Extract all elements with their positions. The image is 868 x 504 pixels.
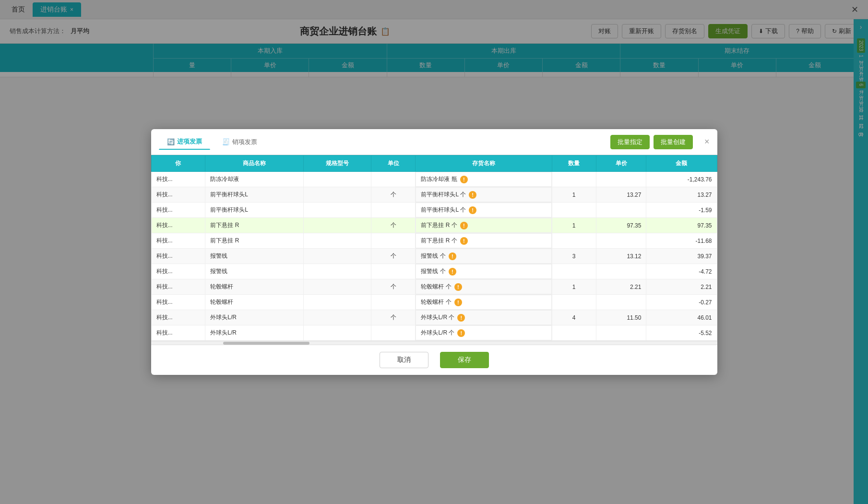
table-cell bbox=[371, 233, 416, 249]
warn-icon[interactable]: ! bbox=[469, 206, 476, 214]
th-spec: 规格型号 bbox=[303, 156, 371, 172]
cancel-button[interactable]: 取消 bbox=[380, 352, 428, 368]
table-cell: 前平衡杆球头L bbox=[205, 187, 303, 203]
modal-footer: 取消 保存 bbox=[151, 345, 717, 375]
table-cell: 轮毂螺杆 bbox=[205, 279, 303, 295]
table-cell bbox=[303, 249, 371, 264]
table-cell: -0.27 bbox=[646, 295, 717, 310]
batch-assign-button[interactable]: 批量指定 bbox=[610, 135, 650, 149]
table-cell bbox=[552, 172, 596, 187]
inventory-cell: 外球头L/R 个! bbox=[416, 310, 551, 325]
table-cell: 46.01 bbox=[646, 310, 717, 325]
table-cell bbox=[596, 233, 646, 249]
modal-close-button[interactable]: × bbox=[704, 137, 710, 147]
table-cell: 个 bbox=[371, 249, 416, 264]
table-cell: -11.68 bbox=[646, 233, 717, 249]
table-cell bbox=[552, 203, 596, 218]
table-cell bbox=[303, 325, 371, 341]
table-cell: 个 bbox=[371, 187, 416, 203]
table-cell bbox=[371, 203, 416, 218]
table-cell: 前平衡杆球头L bbox=[205, 203, 303, 218]
warn-icon[interactable]: ! bbox=[449, 268, 456, 276]
table-row: 科技...前平衡杆球头L前平衡杆球头L 个!-1.59 bbox=[151, 203, 717, 218]
table-cell bbox=[552, 264, 596, 279]
table-cell bbox=[371, 295, 416, 310]
warn-icon[interactable]: ! bbox=[457, 314, 465, 322]
warn-icon[interactable]: ! bbox=[460, 176, 468, 183]
table-header-row: 你 商品名称 规格型号 单位 存货名称 数量 单价 金额 bbox=[151, 156, 717, 172]
th-inventory-name: 存货名称 bbox=[416, 156, 552, 172]
table-cell: 科技... bbox=[151, 187, 205, 203]
incoming-icon: 🔄 bbox=[167, 138, 175, 145]
table-cell: 报警线 bbox=[205, 249, 303, 264]
table-cell bbox=[371, 325, 416, 341]
th-quantity: 数量 bbox=[552, 156, 596, 172]
table-cell: -1.59 bbox=[646, 203, 717, 218]
table-cell: 2.21 bbox=[596, 279, 646, 295]
warn-icon[interactable]: ! bbox=[454, 299, 462, 306]
table-cell bbox=[371, 264, 416, 279]
table-cell: 科技... bbox=[151, 264, 205, 279]
table-cell bbox=[303, 233, 371, 249]
warn-icon[interactable]: ! bbox=[469, 191, 476, 199]
table-cell bbox=[596, 264, 646, 279]
warn-icon[interactable]: ! bbox=[460, 237, 468, 245]
table-cell: 科技... bbox=[151, 279, 205, 295]
inventory-cell: 轮毂螺杆 个! bbox=[416, 279, 551, 294]
table-cell: 科技... bbox=[151, 218, 205, 233]
table-row: 科技...防冻冷却液防冻冷却液 瓶!-1,243.76 bbox=[151, 172, 717, 187]
invoices-table: 你 商品名称 规格型号 单位 存货名称 数量 单价 金额 科技...防冻冷却液防… bbox=[151, 155, 717, 341]
table-cell: 97.35 bbox=[596, 218, 646, 233]
inventory-cell: 轮毂螺杆 个! bbox=[416, 295, 551, 310]
tab-incoming-invoices[interactable]: 🔄 进项发票 bbox=[159, 134, 210, 150]
table-cell bbox=[303, 279, 371, 295]
table-cell bbox=[596, 172, 646, 187]
table-row: 科技...轮毂螺杆轮毂螺杆 个!-0.27 bbox=[151, 295, 717, 310]
table-cell bbox=[303, 295, 371, 310]
table-cell: 1 bbox=[552, 279, 596, 295]
table-cell: 轮毂螺杆 bbox=[205, 295, 303, 310]
table-cell: 11.50 bbox=[596, 310, 646, 325]
warn-icon[interactable]: ! bbox=[460, 222, 468, 229]
table-cell: 2.21 bbox=[646, 279, 717, 295]
table-cell: -4.72 bbox=[646, 264, 717, 279]
modal-overlay: 🔄 进项发票 🧾 销项发票 批量指定 批量创建 × 你 商品名称 规格型号 bbox=[0, 0, 868, 504]
table-cell: 3 bbox=[552, 249, 596, 264]
table-cell bbox=[596, 325, 646, 341]
table-cell: 防冻冷却液 bbox=[205, 172, 303, 187]
table-cell: 个 bbox=[371, 218, 416, 233]
table-cell: 个 bbox=[371, 279, 416, 295]
table-cell bbox=[303, 187, 371, 203]
table-cell bbox=[596, 295, 646, 310]
table-cell: 个 bbox=[371, 310, 416, 325]
table-cell: 科技... bbox=[151, 295, 205, 310]
modal-scrollbar[interactable] bbox=[151, 341, 717, 345]
tab-outgoing-invoices[interactable]: 🧾 销项发票 bbox=[214, 134, 265, 150]
inventory-cell: 外球头L/R 个! bbox=[416, 325, 551, 340]
warn-icon[interactable]: ! bbox=[457, 329, 465, 337]
inventory-cell: 报警线 个! bbox=[416, 264, 551, 279]
modal-action-buttons: 批量指定 批量创建 bbox=[610, 135, 693, 149]
table-cell: 外球头L/R bbox=[205, 325, 303, 341]
table-cell: 1 bbox=[552, 187, 596, 203]
table-row: 科技...前平衡杆球头L个前平衡杆球头L 个!113.2713.27 bbox=[151, 187, 717, 203]
table-cell: 外球头L/R bbox=[205, 310, 303, 325]
inventory-cell: 前平衡杆球头L 个! bbox=[416, 203, 551, 217]
table-row: 科技...前下悬挂 R个前下悬挂 R 个!197.3597.35 bbox=[151, 218, 717, 233]
table-cell: 13.27 bbox=[646, 187, 717, 203]
batch-create-button[interactable]: 批量创建 bbox=[654, 135, 693, 149]
save-button[interactable]: 保存 bbox=[440, 352, 489, 368]
inventory-cell: 前下悬挂 R 个! bbox=[416, 218, 551, 233]
table-cell: 前下悬挂 R bbox=[205, 233, 303, 249]
table-cell: -1,243.76 bbox=[646, 172, 717, 187]
table-cell bbox=[371, 172, 416, 187]
table-cell bbox=[596, 203, 646, 218]
inventory-cell: 报警线 个! bbox=[416, 249, 551, 264]
table-cell: 科技... bbox=[151, 325, 205, 341]
table-cell: 13.27 bbox=[596, 187, 646, 203]
warn-icon[interactable]: ! bbox=[454, 283, 462, 291]
table-row: 科技...报警线报警线 个!-4.72 bbox=[151, 264, 717, 279]
warn-icon[interactable]: ! bbox=[449, 252, 456, 260]
table-cell: 前下悬挂 R bbox=[205, 218, 303, 233]
modal-scroll-thumb[interactable] bbox=[223, 342, 309, 345]
